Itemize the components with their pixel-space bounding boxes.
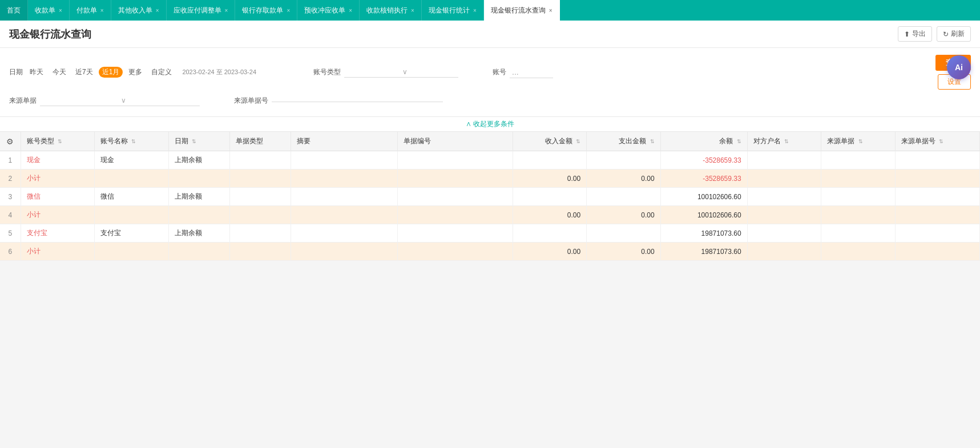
nav-tab-qitashouru[interactable]: 其他收入单 ×	[111, 0, 167, 21]
collapse-bar[interactable]: ∧ 收起更多条件	[0, 117, 980, 132]
row-num-cell: 3	[0, 188, 21, 206]
th-date: 日期 ⇅	[168, 132, 229, 151]
date-btn-1month[interactable]: 近1月	[99, 67, 123, 78]
income-cell: 0.00	[513, 169, 587, 188]
sort-icon[interactable]: ⇅	[192, 139, 196, 144]
date-filter-group: 日期 昨天 今天 近7天 近1月 更多 自定义 2023-02-24 至 202…	[9, 67, 256, 78]
expense-cell	[587, 151, 661, 169]
export-button[interactable]: ⬆ 导出	[898, 26, 932, 42]
table-row: 3 微信 微信 上期余额 100102606.60	[0, 188, 980, 206]
balance-cell: 19871073.60	[660, 224, 747, 243]
th-account-type: 账号类型 ⇅	[21, 132, 95, 151]
date-btn-custom[interactable]: 自定义	[148, 67, 175, 78]
date-btn-7days[interactable]: 近7天	[72, 67, 96, 78]
source-doc-label: 来源单据	[9, 96, 37, 106]
account-type-select[interactable]: ∨	[344, 67, 458, 78]
close-icon[interactable]: ×	[156, 7, 159, 14]
table-row: 5 支付宝 支付宝 上期余额 19871073.60	[0, 224, 980, 243]
table-container: ⚙ 账号类型 ⇅ 账号名称 ⇅ 日期 ⇅ 单据类型 摘要	[0, 132, 980, 261]
th-expense: 支出金额 ⇅	[587, 132, 661, 151]
ai-badge[interactable]: Ai	[947, 55, 971, 79]
nav-tab-xianjintongji[interactable]: 现金银行统计 ×	[422, 0, 484, 21]
row-num-cell: 1	[0, 151, 21, 169]
account-name-cell	[95, 243, 169, 261]
close-icon[interactable]: ×	[225, 7, 228, 14]
account-type-cell: 支付宝	[21, 224, 95, 243]
sort-icon[interactable]: ⇅	[784, 139, 789, 144]
doc-type-cell	[229, 224, 291, 243]
source-doc-cell	[821, 206, 896, 224]
close-icon[interactable]: ×	[100, 7, 104, 14]
date-cell: 上期余额	[168, 188, 229, 206]
date-range-text: 2023-02-24 至 2023-03-24	[182, 68, 256, 76]
page-header: 现金银行流水查询 ⬆ 导出 ↻ 刷新	[0, 21, 980, 48]
refresh-icon: ↻	[943, 30, 949, 38]
nav-tab-shoukuanhexiao[interactable]: 收款核销执行 ×	[360, 0, 422, 21]
sort-icon[interactable]: ⇅	[58, 139, 62, 144]
nav-tab-yinhangcuqu[interactable]: 银行存取款单 ×	[235, 0, 297, 21]
source-doc-no-cell	[895, 243, 979, 261]
refresh-button[interactable]: ↻ 刷新	[937, 26, 971, 42]
filter-row-date: 日期 昨天 今天 近7天 近1月 更多 自定义 2023-02-24 至 202…	[9, 55, 971, 90]
data-table: ⚙ 账号类型 ⇅ 账号名称 ⇅ 日期 ⇅ 单据类型 摘要	[0, 132, 980, 261]
table-body: 1 现金 现金 上期余额 -3528659.33 2 小计 0.00 0.00 …	[0, 151, 980, 261]
table-row: 4 小计 0.00 0.00 100102606.60	[0, 206, 980, 224]
nav-tab-liushui-active[interactable]: 现金银行流水查询 ×	[484, 0, 560, 21]
date-btn-more[interactable]: 更多	[125, 67, 146, 78]
account-type-cell: 小计	[21, 206, 95, 224]
date-cell	[168, 169, 229, 188]
th-counterpart: 对方户名 ⇅	[747, 132, 821, 151]
top-navigation: 首页 收款单 × 付款单 × 其他收入单 × 应收应付调整单 × 银行存取款单 …	[0, 0, 980, 21]
sort-icon[interactable]: ⇅	[939, 139, 943, 144]
source-doc-num-label: 来源单据号	[234, 96, 268, 106]
nav-tab-yushouchong[interactable]: 预收冲应收单 ×	[297, 0, 360, 21]
account-type-cell: 小计	[21, 243, 95, 261]
account-more-dots[interactable]: ...	[510, 66, 553, 78]
sort-icon[interactable]: ⇅	[858, 139, 863, 144]
nav-tab-shoukuan[interactable]: 收款单 ×	[28, 0, 70, 21]
th-source-doc: 来源单据 ⇅	[821, 132, 896, 151]
close-icon[interactable]: ×	[287, 7, 290, 14]
date-btn-yesterday[interactable]: 昨天	[26, 67, 47, 78]
close-icon[interactable]: ×	[473, 7, 477, 14]
source-doc-select[interactable]: ∨	[40, 95, 200, 106]
date-btn-today[interactable]: 今天	[49, 67, 70, 78]
sort-icon[interactable]: ⇅	[737, 139, 741, 144]
nav-home[interactable]: 首页	[0, 0, 28, 21]
doc-type-cell	[229, 151, 291, 169]
th-account-name: 账号名称 ⇅	[95, 132, 169, 151]
close-icon[interactable]: ×	[59, 7, 62, 14]
doc-no-cell	[397, 224, 513, 243]
close-icon[interactable]: ×	[549, 7, 552, 14]
th-gear: ⚙	[0, 132, 21, 151]
chevron-down-icon: ∨	[121, 96, 197, 104]
th-doc-no: 单据编号	[397, 132, 513, 151]
header-actions: ⬆ 导出 ↻ 刷新	[898, 26, 971, 42]
gear-settings-icon[interactable]: ⚙	[6, 137, 14, 146]
summary-cell	[291, 188, 398, 206]
account-filter-group: 账号 ...	[493, 66, 553, 78]
sort-icon[interactable]: ⇅	[131, 139, 136, 144]
th-income: 收入金额 ⇅	[513, 132, 587, 151]
col-account-type-label: 账号类型	[27, 137, 54, 145]
doc-no-cell	[397, 188, 513, 206]
doc-type-cell	[229, 188, 291, 206]
source-doc-num-input[interactable]	[272, 99, 443, 102]
source-doc-cell	[821, 169, 896, 188]
close-icon[interactable]: ×	[411, 7, 414, 14]
account-name-cell	[95, 169, 169, 188]
sort-icon[interactable]: ⇅	[650, 139, 655, 144]
close-icon[interactable]: ×	[349, 7, 352, 14]
income-cell: 0.00	[513, 243, 587, 261]
doc-type-cell	[229, 243, 291, 261]
sort-icon[interactable]: ⇅	[576, 139, 580, 144]
row-num-cell: 6	[0, 243, 21, 261]
doc-no-cell	[397, 206, 513, 224]
nav-tab-fukuan[interactable]: 付款单 ×	[70, 0, 111, 21]
account-name-cell: 现金	[95, 151, 169, 169]
account-type-filter-group: 账号类型 ∨	[313, 67, 458, 78]
date-shortcuts: 昨天 今天 近7天 近1月 更多 自定义	[26, 67, 175, 78]
table-row: 6 小计 0.00 0.00 19871073.60	[0, 243, 980, 261]
nav-tab-yingshoutiaozheng[interactable]: 应收应付调整单 ×	[167, 0, 236, 21]
summary-cell	[291, 206, 398, 224]
